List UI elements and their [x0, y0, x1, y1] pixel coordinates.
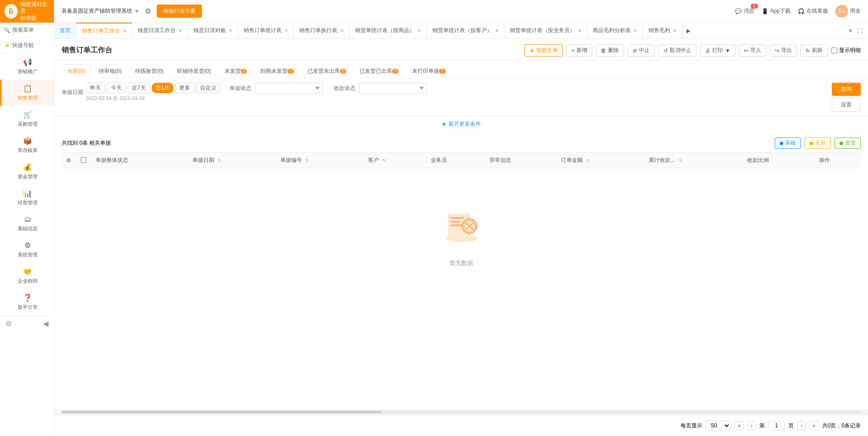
- date-btn-custom[interactable]: 自定义: [196, 83, 221, 93]
- sub-tab-overdue-not-shipped[interactable]: 到期未发货0: [254, 64, 300, 78]
- date-btn-more[interactable]: 更多: [175, 83, 194, 93]
- sort-received-icon: ⇅: [679, 158, 682, 163]
- cancel-audit-button[interactable]: 充审: [805, 137, 831, 149]
- settings-icon[interactable]: ⚙: [5, 319, 12, 328]
- th-received[interactable]: 累计收款... ⇅: [644, 153, 743, 168]
- online-service-action[interactable]: 🎧 在线客服: [798, 7, 828, 15]
- scroll-thumb[interactable]: [62, 411, 381, 413]
- tab-close-sales-stats-customer[interactable]: ✕: [495, 28, 499, 33]
- sub-tab-shipped-warehouse[interactable]: 已发货已出库0: [354, 64, 404, 78]
- sub-tab-not-shipped[interactable]: 未发货0: [219, 64, 253, 78]
- sub-tab-shipped-not-warehouse[interactable]: 已发货未出库0: [302, 64, 352, 78]
- import-button[interactable]: ↩ 导入: [739, 44, 766, 57]
- show-detail-checkbox[interactable]: 显示明细: [831, 47, 861, 54]
- tab-close-sales-stats-product[interactable]: ✕: [417, 28, 421, 33]
- collapse-icon[interactable]: ◀: [43, 319, 48, 328]
- payment-select[interactable]: [359, 83, 427, 94]
- user-action[interactable]: Ea 用友: [835, 5, 861, 18]
- tab-close-sales-profit[interactable]: ✕: [673, 28, 676, 33]
- settings-topbar-icon[interactable]: ⚙: [145, 7, 151, 15]
- tab-sales-profit[interactable]: 销售毛利 ✕: [643, 23, 682, 39]
- sub-tab-pending-check[interactable]: 待拣验货(0): [129, 64, 169, 78]
- tab-close-gross-profit[interactable]: ✕: [633, 28, 637, 33]
- app-download-action[interactable]: 📱 App下载: [762, 7, 791, 15]
- th-operation: 操作: [815, 153, 861, 168]
- sub-tab-wangpu-ship[interactable]: 旺铺待发货(0): [171, 64, 217, 78]
- stop-button[interactable]: ⊘ 中止: [628, 44, 655, 57]
- tab-home[interactable]: 首页: [54, 23, 77, 39]
- select-all-checkbox[interactable]: [81, 157, 86, 163]
- tab-sales-stats-staff[interactable]: 销货单统计表（按业务员） ✕: [504, 23, 587, 39]
- expand-filter-btn[interactable]: ▼ 展开更多条件: [438, 118, 485, 130]
- date-btn-1month[interactable]: 近1月: [152, 83, 174, 93]
- tab-action-expand[interactable]: ✕: [846, 27, 854, 35]
- show-detail-input[interactable]: [831, 47, 837, 53]
- sidebar-item-marketing[interactable]: 📢 营销推广: [0, 53, 54, 80]
- th-customer[interactable]: 客户 ⇅: [364, 153, 426, 168]
- sidebar-item-enterprise[interactable]: 🤝 企业协同: [0, 263, 54, 289]
- page-size-label: 每页显示: [681, 422, 702, 430]
- cancel-stop-button[interactable]: ↺ 取消中止: [658, 44, 696, 57]
- delete-button[interactable]: 🗑 删除: [596, 44, 624, 57]
- add-button[interactable]: + 新增: [566, 44, 592, 57]
- tab-sales-workbench[interactable]: 销售订单工作台 ✕: [77, 23, 132, 39]
- sidebar-item-quick-nav[interactable]: ⚡ 快捷导航: [0, 38, 54, 53]
- sidebar-item-inventory[interactable]: 📦 库存核算: [0, 132, 54, 158]
- message-action[interactable]: 💬 消息 6: [735, 7, 754, 15]
- page-size-select[interactable]: 50 20 100: [706, 421, 731, 431]
- sub-tab-not-printed[interactable]: 未打印单据0: [406, 64, 451, 78]
- sidebar-item-guide[interactable]: ❓ 新手引导: [0, 289, 54, 315]
- th-number[interactable]: 单据编号 ⇅: [276, 153, 364, 168]
- export-button[interactable]: ↪ 导出: [770, 44, 797, 57]
- tab-close-sales-exec[interactable]: ✕: [340, 28, 344, 33]
- refresh-button[interactable]: ↻ 刷新: [801, 44, 828, 57]
- tab-cash-reconcile[interactable]: 钱货日清对账 ✕: [188, 23, 238, 39]
- date-btn-7days[interactable]: 近7天: [128, 83, 150, 93]
- page-number-input[interactable]: [768, 421, 785, 430]
- audit-button[interactable]: 审核: [775, 137, 801, 149]
- sidebar-item-finance[interactable]: 💰 资金管理: [0, 158, 54, 185]
- sidebar-item-operation[interactable]: 📊 经营管理: [0, 185, 54, 211]
- tab-close-sales-workbench[interactable]: ✕: [123, 28, 126, 33]
- date-btn-yesterday[interactable]: 昨天: [86, 83, 105, 93]
- sidebar-item-search[interactable]: 🔍 搜索菜单: [0, 23, 54, 38]
- tab-sales-stats-product[interactable]: 销货单统计表（按商品） ✕: [350, 23, 427, 39]
- tab-gross-profit[interactable]: 商品毛利分析表 ✕: [587, 23, 643, 39]
- sidebar-item-purchase[interactable]: 🛒 采购管理: [0, 106, 54, 132]
- query-button[interactable]: 查询: [832, 83, 861, 96]
- first-page-btn[interactable]: «: [734, 421, 744, 430]
- tab-close-sales-stats[interactable]: ✕: [284, 28, 288, 33]
- sidebar-item-system[interactable]: ⚙ 系统管理: [0, 237, 54, 263]
- date-btn-today[interactable]: 今天: [107, 83, 126, 93]
- th-amount[interactable]: 订单金额 ⇅: [556, 153, 644, 168]
- th-staff[interactable]: 业务员: [426, 153, 485, 168]
- logo-icon: 6: [5, 4, 18, 19]
- tab-close-cash-reconcile[interactable]: ✕: [229, 28, 232, 33]
- column-settings-icon[interactable]: ⚙: [66, 157, 71, 164]
- tabs-more-btn[interactable]: ▶: [682, 23, 694, 39]
- last-page-btn[interactable]: »: [809, 421, 819, 430]
- status-select[interactable]: [255, 83, 323, 94]
- tab-sales-stats[interactable]: 销售订单统计表 ✕: [238, 23, 294, 39]
- next-page-btn[interactable]: ›: [797, 421, 806, 430]
- horizontal-scrollbar[interactable]: [54, 409, 868, 415]
- print-button[interactable]: 🖨 打印 ▼: [700, 44, 735, 57]
- sub-tab-all[interactable]: 全部(0): [62, 64, 91, 78]
- tab-close-sales-stats-staff[interactable]: ✕: [578, 28, 581, 33]
- sub-tab-pending-audit[interactable]: 待审核(0): [93, 64, 128, 78]
- tab-cash-daily[interactable]: 钱货日清工作台 ✕: [132, 23, 188, 39]
- system-title-dropdown[interactable]: 装备及固定资产辅助管理系统 ▼: [62, 7, 139, 15]
- tab-sales-exec[interactable]: 销售订单执行表 ✕: [294, 23, 350, 39]
- sidebar-item-sales[interactable]: 📋 销售管理: [0, 80, 54, 106]
- tab-close-cash-daily[interactable]: ✕: [178, 28, 182, 33]
- tab-action-fullscreen[interactable]: ⛶: [855, 27, 864, 35]
- table-header-row: ⚙ 单据整体状态 单据日期 ⇅ 单据编号: [62, 153, 861, 168]
- tab-sales-stats-customer[interactable]: 销货单统计表（按客户） ✕: [427, 23, 504, 39]
- solution-button[interactable]: 体验行业方案: [157, 5, 202, 18]
- smart-gen-button[interactable]: ★ 智能生单: [524, 44, 563, 57]
- th-date[interactable]: 单据日期 ⇅: [188, 153, 276, 168]
- filter-setting-button[interactable]: 设置: [832, 98, 861, 112]
- ship-button[interactable]: 发货: [834, 137, 861, 149]
- sidebar-item-basic-info[interactable]: 🗂 基础信息: [0, 211, 54, 237]
- prev-page-btn[interactable]: ‹: [748, 421, 756, 430]
